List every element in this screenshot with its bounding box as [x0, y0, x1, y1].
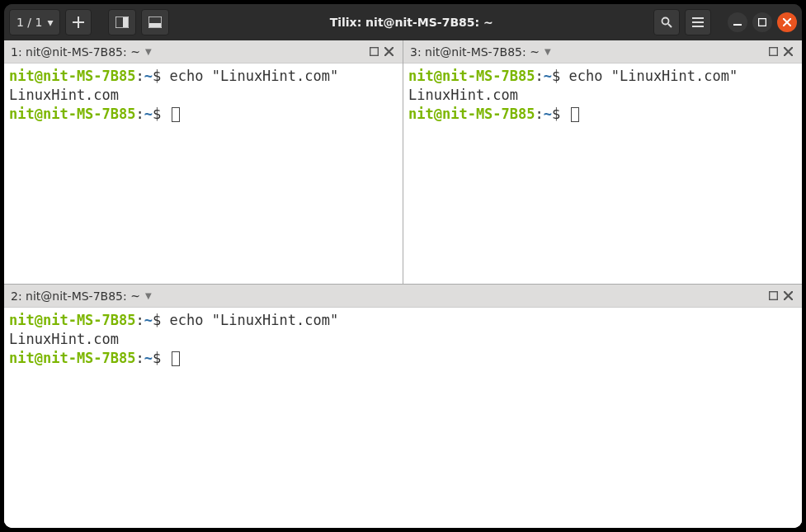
maximize-pane-icon: [370, 47, 379, 56]
pane-title: 1: nit@nit-MS-7B85: ~ ▼: [11, 45, 152, 59]
new-session-button[interactable]: [65, 9, 92, 35]
pane-header[interactable]: 2: nit@nit-MS-7B85: ~ ▼: [4, 285, 802, 308]
search-button[interactable]: [653, 9, 680, 35]
prompt-sep: :: [136, 312, 144, 328]
prompt-sigil: $: [552, 106, 560, 122]
terminal-body[interactable]: nit@nit-MS-7B85:~$ echo "LinuxHint.com" …: [403, 64, 802, 284]
prompt-path: ~: [144, 106, 153, 122]
close-icon: [783, 18, 791, 26]
prompt-sep: :: [136, 350, 144, 366]
tilix-window: 1 / 1 ▾ Tilix: nit@nit-MS-7B85: ~: [4, 4, 802, 528]
terminal-body[interactable]: nit@nit-MS-7B85:~$ echo "LinuxHint.com" …: [4, 308, 802, 528]
search-icon: [661, 16, 672, 28]
command-output: LinuxHint.com: [9, 86, 398, 105]
svg-point-4: [662, 18, 669, 25]
pane-title: 3: nit@nit-MS-7B85: ~ ▼: [410, 45, 551, 59]
terminal-panes-container: 1: nit@nit-MS-7B85: ~ ▼ nit@nit-MS-7B85:…: [4, 40, 802, 528]
svg-rect-1: [123, 17, 128, 27]
split-down-button[interactable]: [141, 9, 169, 35]
close-pane-icon: [384, 47, 394, 56]
prompt-user-host: nit@nit-MS-7B85: [9, 106, 136, 122]
svg-rect-6: [692, 17, 704, 19]
pane-maximize-button[interactable]: [366, 45, 381, 59]
pane-header[interactable]: 3: nit@nit-MS-7B85: ~ ▼: [403, 40, 802, 64]
pane-close-button[interactable]: [780, 45, 795, 59]
command-text: echo "LinuxHint.com": [170, 312, 339, 328]
chevron-down-icon: ▼: [544, 47, 551, 56]
maximize-pane-icon: [769, 291, 778, 300]
close-pane-icon: [784, 47, 793, 56]
svg-rect-9: [733, 24, 742, 26]
svg-rect-7: [692, 21, 704, 23]
prompt-user-host: nit@nit-MS-7B85: [9, 312, 136, 328]
pane-title: 2: nit@nit-MS-7B85: ~ ▼: [11, 290, 152, 303]
prompt-sigil: $: [153, 350, 161, 366]
prompt-user-host: nit@nit-MS-7B85: [408, 106, 535, 122]
minimize-icon: [733, 18, 742, 26]
cursor: [172, 107, 180, 122]
prompt-sep: :: [136, 106, 144, 122]
svg-rect-8: [692, 26, 704, 27]
prompt-user-host: nit@nit-MS-7B85: [9, 68, 136, 84]
prompt-sigil: $: [153, 68, 161, 84]
prompt-path: ~: [544, 68, 552, 84]
pane-title-label: 3: nit@nit-MS-7B85: ~: [410, 45, 540, 59]
prompt-sep: :: [535, 68, 544, 84]
svg-line-5: [668, 24, 672, 27]
window-title: Tilix: nit@nit-MS-7B85: ~: [174, 16, 648, 29]
pane-close-button[interactable]: [780, 289, 795, 304]
titlebar-left: 1 / 1 ▾: [9, 9, 169, 35]
pane-close-button[interactable]: [381, 45, 396, 59]
prompt-path: ~: [144, 68, 153, 84]
svg-rect-11: [370, 48, 378, 56]
maximize-icon: [758, 18, 766, 26]
titlebar: 1 / 1 ▾ Tilix: nit@nit-MS-7B85: ~: [4, 4, 802, 40]
prompt-sigil: $: [153, 106, 161, 122]
prompt-sep: :: [136, 68, 144, 84]
dropdown-caret-icon: ▾: [47, 16, 53, 29]
svg-rect-3: [149, 23, 161, 27]
maximize-pane-icon: [769, 47, 778, 56]
chevron-down-icon: ▼: [145, 47, 152, 56]
cursor: [571, 107, 579, 122]
split-down-icon: [148, 16, 162, 28]
close-pane-icon: [784, 291, 793, 300]
terminal-body[interactable]: nit@nit-MS-7B85:~$ echo "LinuxHint.com" …: [4, 64, 403, 284]
session-count-label: 1 / 1: [16, 16, 42, 29]
pane-title-label: 2: nit@nit-MS-7B85: ~: [11, 290, 140, 303]
pane-row-bottom: 2: nit@nit-MS-7B85: ~ ▼ nit@nit-MS-7B85:…: [4, 285, 802, 528]
prompt-user-host: nit@nit-MS-7B85: [408, 68, 535, 84]
terminal-pane-1: 1: nit@nit-MS-7B85: ~ ▼ nit@nit-MS-7B85:…: [4, 40, 403, 284]
prompt-path: ~: [544, 106, 552, 122]
command-output: LinuxHint.com: [408, 86, 797, 105]
plus-icon: [73, 16, 84, 28]
hamburger-icon: [692, 17, 704, 27]
command-text: echo "LinuxHint.com": [569, 68, 738, 84]
prompt-path: ~: [144, 312, 153, 328]
minimize-button[interactable]: [728, 12, 747, 32]
titlebar-right: [653, 9, 797, 35]
split-right-icon: [115, 16, 129, 28]
pane-maximize-button[interactable]: [766, 45, 780, 59]
prompt-user-host: nit@nit-MS-7B85: [9, 350, 136, 366]
command-text: echo "LinuxHint.com": [170, 68, 339, 84]
svg-rect-10: [759, 19, 766, 26]
terminal-pane-2: 2: nit@nit-MS-7B85: ~ ▼ nit@nit-MS-7B85:…: [4, 285, 802, 528]
svg-rect-13: [769, 292, 777, 300]
svg-rect-12: [769, 48, 777, 56]
split-right-button[interactable]: [108, 9, 136, 35]
pane-row-top: 1: nit@nit-MS-7B85: ~ ▼ nit@nit-MS-7B85:…: [4, 40, 802, 285]
prompt-path: ~: [144, 350, 153, 366]
menu-button[interactable]: [685, 9, 711, 35]
pane-title-label: 1: nit@nit-MS-7B85: ~: [11, 45, 140, 59]
pane-maximize-button[interactable]: [766, 289, 780, 304]
cursor: [172, 351, 180, 366]
close-button[interactable]: [777, 12, 797, 32]
prompt-sigil: $: [153, 312, 161, 328]
prompt-sep: :: [535, 106, 544, 122]
pane-header[interactable]: 1: nit@nit-MS-7B85: ~ ▼: [4, 40, 403, 64]
terminal-pane-3: 3: nit@nit-MS-7B85: ~ ▼ nit@nit-MS-7B85:…: [403, 40, 802, 284]
maximize-button[interactable]: [752, 12, 772, 32]
prompt-sigil: $: [552, 68, 560, 84]
session-selector-button[interactable]: 1 / 1 ▾: [9, 9, 60, 35]
